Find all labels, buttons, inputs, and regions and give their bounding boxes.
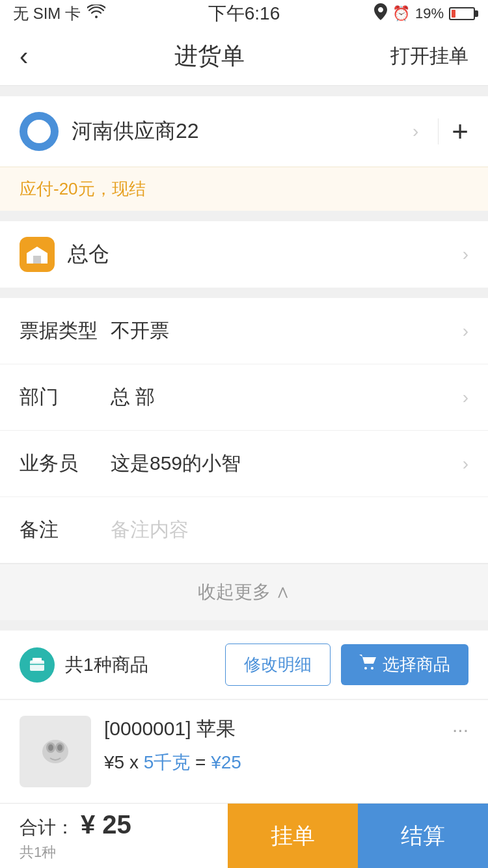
footer-bar: 合计： ¥ 25 共1种 挂单 结算 [0, 803, 488, 868]
select-product-label: 选择商品 [383, 653, 450, 676]
product-thumbnail [20, 716, 91, 787]
total-label: 合计： [20, 815, 74, 840]
page-title: 进货单 [174, 40, 245, 72]
hang-button[interactable]: 挂单 [228, 804, 358, 868]
fields-section: 票据类型 不开票 › 部门 总 部 › 业务员 这是859的小智 › 备注 备注… [0, 298, 488, 620]
collapse-label: 收起更多 ∧ [198, 582, 291, 602]
warehouse-row[interactable]: 总仓 › [0, 221, 488, 288]
product-count: 共1种商品 [65, 653, 225, 677]
quantity: 5千克 [144, 752, 191, 772]
product-info: [0000001] 苹果 ¥5 x 5千克 = ¥25 [104, 716, 436, 775]
supplier-row[interactable]: 河南供应商22 › + [0, 96, 488, 167]
product-name: [0000001] 苹果 [104, 716, 436, 742]
alarm-icon: ⏰ [392, 5, 410, 22]
total-sub: 共1种 [20, 843, 208, 862]
svg-point-4 [364, 667, 367, 670]
svg-rect-1 [30, 660, 44, 671]
invoice-type-value: 不开票 [111, 318, 463, 344]
total-amount: ¥ 25 [81, 810, 131, 839]
status-left: 无 SIM 卡 [13, 3, 105, 24]
nav-bar: ‹ 进货单 打开挂单 [0, 27, 488, 86]
remark-label: 备注 [20, 517, 111, 543]
product-code: [0000001] 苹果 [104, 718, 236, 739]
unit-price: ¥5 x [104, 752, 144, 772]
collapse-button[interactable]: 收起更多 ∧ [0, 563, 488, 620]
supplier-divider [438, 118, 439, 144]
status-right: ⏰ 19% [374, 3, 475, 24]
warehouse-name: 总仓 [68, 240, 463, 269]
svg-rect-0 [33, 256, 41, 264]
price-equals: = [195, 752, 211, 772]
remark-row[interactable]: 备注 备注内容 [0, 497, 488, 563]
add-supplier-button[interactable]: + [452, 115, 468, 148]
department-arrow-icon: › [463, 387, 468, 408]
supplier-section: 河南供应商22 › + 应付-20元，现结 [0, 96, 488, 211]
select-product-button[interactable]: 选择商品 [341, 644, 468, 685]
warehouse-arrow-icon: › [463, 244, 468, 265]
checkout-label: 结算 [401, 821, 445, 851]
product-more-button[interactable]: ··· [436, 716, 468, 740]
battery-label: 19% [415, 5, 444, 22]
supplier-avatar [20, 112, 59, 151]
department-value: 总 部 [111, 384, 463, 411]
department-row[interactable]: 部门 总 部 › [0, 364, 488, 431]
total-price: ¥25 [211, 752, 241, 772]
checkout-button[interactable]: 结算 [358, 804, 488, 868]
status-time: 下午6:16 [208, 1, 280, 26]
salesperson-value: 这是859的小智 [111, 450, 463, 477]
product-icon [20, 647, 55, 683]
warehouse-icon [20, 237, 55, 272]
product-header: 共1种商品 修改明细 选择商品 [0, 631, 488, 699]
salesperson-arrow-icon: › [463, 454, 468, 474]
battery-icon [449, 7, 475, 20]
invoice-type-label: 票据类型 [20, 318, 111, 344]
product-item: [0000001] 苹果 ¥5 x 5千克 = ¥25 ··· [0, 699, 488, 803]
invoice-type-arrow-icon: › [463, 321, 468, 342]
edit-detail-button[interactable]: 修改明细 [225, 644, 331, 686]
owl-icon [36, 729, 75, 774]
supplier-arrow-icon: › [413, 121, 418, 142]
svg-point-5 [371, 667, 373, 670]
location-icon [374, 3, 387, 24]
cart-icon [359, 655, 377, 675]
svg-rect-2 [33, 658, 42, 662]
footer-total: 合计： ¥ 25 共1种 [0, 804, 228, 868]
back-button[interactable]: ‹ [20, 42, 28, 71]
salesperson-row[interactable]: 业务员 这是859的小智 › [0, 431, 488, 497]
status-bar: 无 SIM 卡 下午6:16 ⏰ 19% [0, 0, 488, 27]
product-price: ¥5 x 5千克 = ¥25 [104, 750, 436, 775]
info-banner-text: 应付-20元，现结 [20, 179, 146, 198]
products-section: 共1种商品 修改明细 选择商品 [000 [0, 631, 488, 803]
carrier-label: 无 SIM 卡 [13, 3, 81, 24]
info-banner: 应付-20元，现结 [0, 167, 488, 211]
hang-label: 挂单 [271, 821, 315, 851]
svg-point-9 [48, 744, 53, 751]
remark-value: 备注内容 [111, 517, 468, 543]
supplier-name: 河南供应商22 [72, 117, 413, 146]
warehouse-section: 总仓 › [0, 221, 488, 288]
open-pending-button[interactable]: 打开挂单 [390, 43, 468, 70]
invoice-type-row[interactable]: 票据类型 不开票 › [0, 298, 488, 364]
salesperson-label: 业务员 [20, 450, 111, 477]
section-divider [0, 86, 488, 96]
svg-point-10 [57, 744, 62, 751]
department-label: 部门 [20, 384, 111, 411]
wifi-icon [87, 5, 105, 23]
